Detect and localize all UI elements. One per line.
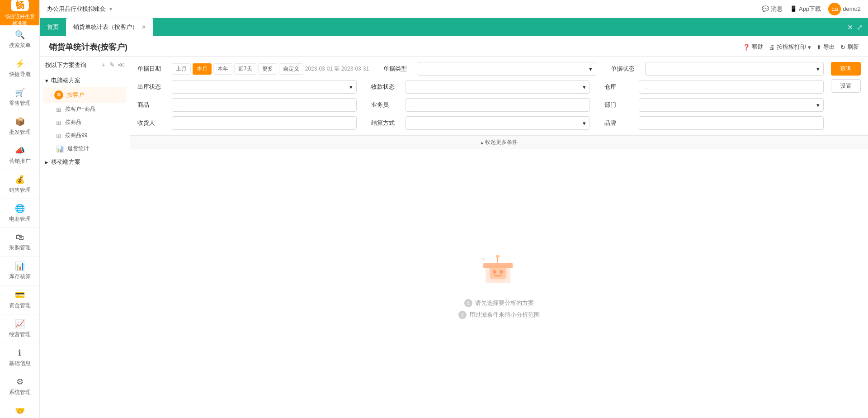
sidebar-item-label: 采购管理 [9,244,31,252]
svg-text:✦: ✦ [509,261,511,264]
export-button[interactable]: ⬆ 导出 [816,43,835,51]
svg-rect-2 [490,267,506,279]
sidebar-item-ecommerce[interactable]: 🌐 电商管理 [0,199,39,228]
payment-label: 结算方式 [371,119,398,127]
edit-scheme-icon[interactable]: ✎ [109,61,115,69]
tab-close-window-button[interactable]: ✕ [847,23,853,32]
inventory-icon: 📊 [15,261,25,271]
collapse-button[interactable]: 收起更多条件 [481,138,518,146]
sidebar-item-sales[interactable]: 💰 销售管理 [0,170,39,199]
filter-row-3: 商品 … 业务员 … 部门 [137,98,824,112]
search-menu-icon: 🔍 [15,30,25,40]
collapse-bar[interactable]: 收起更多条件 [130,136,868,149]
sales-icon: 💰 [15,175,25,185]
chevron-up-icon [481,139,483,146]
user-menu[interactable]: Ea demo2 [828,3,861,15]
tree-group-desktop-header[interactable]: 电脑端方案 [43,74,126,87]
product-select[interactable]: … [172,98,357,112]
tab-maximize-button[interactable]: ⤢ [857,23,863,32]
dept-select[interactable] [639,98,824,112]
tree-item-by-customer[interactable]: 客 按客户 [43,87,126,103]
hint-number-2: ② [458,311,467,319]
warehouse-label: 仓库 [604,83,632,91]
date-btn-7days[interactable]: 近7天 [234,63,256,75]
tree-subitem-label: 按客户+商品 [65,105,95,113]
chevron-right-icon [45,159,48,166]
tree-item-by-product[interactable]: ⊞ 按商品 [43,116,126,129]
date-btn-last-month[interactable]: 上月 [172,63,191,75]
export-icon: ⬆ [816,44,821,51]
settings-button[interactable]: 设置 [831,79,861,93]
finance-icon: 💳 [15,290,25,300]
message-button[interactable]: 💬 消息 [762,5,783,13]
basic-info-icon: ℹ [18,348,21,358]
payment-select[interactable] [406,116,590,130]
sidebar: 畅 畅捷通好生意 标准版 🔍 搜索菜单 ⚡ 快捷导航 🛒 零售管理 📦 批发管理… [0,0,40,418]
sidebar-item-label: 批发管理 [9,128,31,136]
tree-item-by-customer-product[interactable]: ⊞ 按客户+商品 [43,103,126,116]
refresh-icon: ↻ [840,44,845,51]
add-scheme-icon[interactable]: ＋ [100,61,107,69]
doc-status-label: 单据状态 [611,65,638,73]
hint-text-2: 用过滤条件来缩小分析范围 [469,311,540,319]
print-icon: 🖨 [769,44,775,51]
sidebar-item-label: 搜索菜单 [9,42,31,49]
by-customer-product-icon: ⊞ [56,106,61,113]
app-download-button[interactable]: 📱 App下载 [790,5,821,13]
tab-home[interactable]: 首页 [40,18,66,36]
sidebar-item-system[interactable]: ⚙ 系统管理 [0,372,39,401]
sidebar-item-finance[interactable]: 💳 资金管理 [0,285,39,314]
collapse-label: 收起更多条件 [485,138,518,146]
date-btn-more[interactable]: 更多 [258,63,277,75]
date-range-text: 2023-03-01 至 2023-03-31 [305,65,369,73]
print-button[interactable]: 🖨 按模板打印 [769,43,811,51]
query-button[interactable]: 查询 [831,62,861,76]
receiver-select[interactable]: … [172,116,357,130]
sidebar-item-retail[interactable]: 🛒 零售管理 [0,83,39,112]
filter-row-2: 出库状态 收款状态 仓库 [137,80,824,94]
page-header: 销货单统计表(按客户) ❓ 帮助 🖨 按模板打印 ⬆ 导出 ↻ 刷新 [40,36,868,57]
date-btn-this-month[interactable]: 本月 [193,63,212,75]
doc-type-select[interactable] [418,62,596,76]
page-header-actions: ❓ 帮助 🖨 按模板打印 ⬆ 导出 ↻ 刷新 [743,43,859,51]
chevron-down-icon [583,120,586,127]
date-btn-this-year[interactable]: 本年 [213,63,232,75]
receipt-status-select[interactable] [406,80,590,94]
industry-dropdown-icon[interactable]: ▾ [109,6,112,12]
svg-point-7 [496,255,500,258]
tree-item-return-stats[interactable]: 📊 退货统计 [43,142,126,155]
purchase-icon: 🛍 [16,233,24,242]
sidebar-logo-text: 畅捷通好生意 [5,13,35,19]
sidebar-item-quick-nav[interactable]: ⚡ 快捷导航 [0,54,39,83]
sidebar-item-purchase[interactable]: 🛍 采购管理 [0,228,39,256]
collapse-panel-icon[interactable]: ≪ [118,61,124,69]
by-customer-icon: 客 [54,90,63,100]
help-button[interactable]: ❓ 帮助 [743,43,764,51]
warehouse-select[interactable]: … [639,80,824,94]
tab-sales-stats-label: 销货单统计表（按客户） [73,23,138,31]
date-btn-custom[interactable]: 自定义 [279,63,303,75]
sidebar-item-operations[interactable]: 📈 经营管理 [0,314,39,343]
sidebar-item-cooperation[interactable]: 🤝 企业协同 [0,401,39,418]
refresh-button[interactable]: ↻ 刷新 [840,43,859,51]
tab-close-icon[interactable]: ✕ [142,24,146,30]
sidebar-item-label: 销售管理 [9,186,31,194]
brand-select[interactable]: … [639,116,824,130]
sidebar-item-inventory[interactable]: 📊 库存核算 [0,256,39,285]
sidebar-item-wholesale[interactable]: 📦 批发管理 [0,112,39,141]
tab-home-label: 首页 [47,23,59,31]
sidebar-item-marketing[interactable]: 📣 营销推广 [0,141,39,170]
empty-hint-1: ① 请先选择要分析的方案 [464,299,534,307]
doc-status-select[interactable] [645,62,824,76]
tree-group-mobile-header[interactable]: 移动端方案 [43,155,126,169]
print-label: 按模板打印 [777,43,806,51]
operations-icon: 📈 [15,319,25,329]
tab-sales-stats[interactable]: 销货单统计表（按客户） ✕ [66,18,153,36]
tree-item-by-product-99[interactable]: ⊞ 按商品99 [43,129,126,142]
salesman-select[interactable]: … [406,98,590,112]
sidebar-item-search-menu[interactable]: 🔍 搜索菜单 [0,25,39,54]
out-status-label: 出库状态 [137,83,165,91]
out-status-select[interactable] [172,80,357,94]
sidebar-item-basic-info[interactable]: ℹ 基础信息 [0,343,39,372]
topbar: 办公用品行业模拟账套 ▾ 💬 消息 📱 App下载 Ea demo2 [40,0,868,18]
